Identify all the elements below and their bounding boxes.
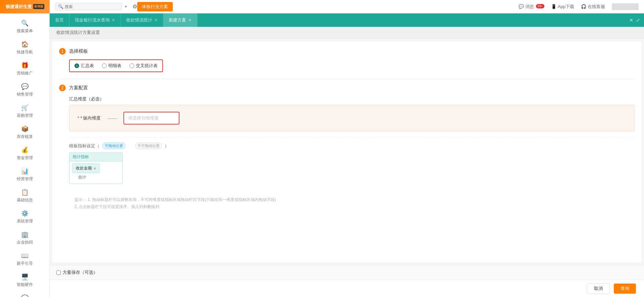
logo-badge: 标准版 [33,4,44,9]
settings-icon[interactable]: ⚙ [132,3,137,10]
template-cross-label: 交叉统计表 [136,63,158,69]
sidebar-label-search: 搜索菜单 [17,28,33,34]
template-cross-radio[interactable] [129,63,134,68]
gift-icon: 🎁 [21,62,29,69]
sidebar-item-inventory[interactable]: 📦 库存核算 [0,122,49,143]
template-summary[interactable]: 汇总表 [74,63,94,69]
tab-bank[interactable]: 现金银行流水查询 ✕ [69,13,121,27]
search-input[interactable] [65,4,115,9]
sidebar-item-guide[interactable]: 📖 新手引导 [0,249,49,270]
sidebar-item-quick-nav[interactable]: 🏠 快捷导航 [0,37,49,58]
dimension-select[interactable]: 请选择分组维度 [123,112,179,125]
sidebar-label-hardware: 智能硬件 [17,282,33,288]
non-draggable-badge: 不可拖动位置 [135,143,162,149]
basic-info-icon: 📋 [21,189,29,196]
dropdown-arrow-icon[interactable]: ▾ [125,4,127,9]
sidebar-label-basic-info: 基础信息 [17,197,33,203]
tab-new-plan[interactable]: 新建方案 ✕ [163,13,197,27]
step1-header: 1 选择模板 [59,48,635,55]
sidebar-item-basic-info[interactable]: 📋 基础信息 [0,185,49,206]
download-area[interactable]: 📱 App下载 [551,4,574,10]
close-tab-icon[interactable]: ✕ [629,17,633,23]
sidebar-label-sales: 销售管理 [17,92,33,97]
save-checkbox[interactable] [56,270,61,275]
sidebar-item-purchase[interactable]: 🛒 采购管理 [0,101,49,122]
cancel-button[interactable]: 取消 [587,283,610,294]
metrics-label: 模板指标设定（ [69,143,100,149]
tab-new-plan-close[interactable]: ✕ [188,18,192,22]
template-detail-radio[interactable] [102,63,107,68]
sidebar-item-corp[interactable]: 🏢 企业协同 [0,228,49,249]
dimension-placeholder: 请选择分组维度 [128,115,159,120]
template-summary-radio[interactable] [74,63,79,68]
sidebar-label-marketing: 营销推广 [17,70,33,76]
sidebar-item-marketing[interactable]: 🎁 营销推广 [0,58,49,80]
metrics-label-suffix-pre [128,143,132,149]
sidebar-item-sales[interactable]: 💬 销售管理 [0,80,49,101]
message-icon: 💬 [519,4,524,9]
stats-label: 统计指标 [73,154,89,159]
page-body: 1 选择模板 汇总表 明细表 [52,41,641,262]
sidebar-item-funds[interactable]: 💰 资金管理 [0,143,49,164]
metrics-header: 模板指标设定（ 可拖动位置 不可拖动位置 ） [69,143,635,149]
sidebar-item-wechat[interactable]: 💬 企业微信 [0,291,49,297]
expand-tab-icon[interactable]: ⤢ [636,17,640,23]
template-cross[interactable]: 交叉统计表 [129,63,158,69]
vertical-dim-label: * * 纵向维度 [77,115,101,121]
step2-number: 2 [59,85,66,91]
step1-section: 1 选择模板 汇总表 明细表 [59,48,635,72]
message-label: 消息 [525,4,534,10]
metric-tag-revenue[interactable]: 收款金额 ∨ [72,163,100,173]
sub-metric-label: 合计 [75,175,86,180]
tab-home-label: 首页 [55,17,64,23]
sidebar-label-system: 系统管理 [17,218,33,224]
main-content: 首页 现金银行流水查询 ✕ 收款情况统计 ✕ 新建方案 ✕ ✕ ⤢ 收款情况统计… [50,13,644,297]
save-option-label: 方案保存（可选） [63,269,98,276]
service-area[interactable]: 🎧 在线客服 [581,4,605,10]
sidebar-label-funds: 资金管理 [17,155,33,161]
metrics-label-suffix: ） [165,143,169,149]
sidebar-item-operations[interactable]: 📊 经营管理 [0,164,49,185]
required-star: * [77,115,79,120]
try-industry-button[interactable]: 体验行业方案 [137,2,173,11]
tab-bar: 首页 现金银行流水查询 ✕ 收款情况统计 ✕ 新建方案 ✕ ✕ ⤢ [50,13,644,27]
sidebar-item-search[interactable]: 🔍 搜索菜单 [0,16,49,37]
sidebar-label-guide: 新手引导 [17,261,33,266]
guide-icon: 📖 [21,252,29,259]
tips-section: 提示： 1. 拖动标题栏可以调整布局，不可跨维度或指标区域拖动栏目字段(只能在同… [69,193,635,215]
hardware-icon: 🖥️ [21,273,29,281]
tab-stats-label: 收款情况统计 [126,17,152,23]
tab-stats[interactable]: 收款情况统计 ✕ [121,13,163,27]
tab-stats-close[interactable]: ✕ [154,18,158,22]
tab-bank-label: 现金银行流水查询 [75,17,110,23]
user-avatar[interactable] [612,3,639,10]
step2-header: 2 方案配置 [59,85,635,91]
query-button[interactable]: 查询 [614,284,636,294]
service-label: 在线客服 [588,4,605,10]
search-icon: 🔍 [58,4,63,9]
download-icon: 📱 [551,4,556,9]
dimension-area: * * 纵向维度 —— 请选择分组维度 [69,105,635,132]
wechat-icon: 💬 [21,294,29,297]
sidebar-label-inventory: 库存核算 [17,134,33,140]
sidebar: 🔍 搜索菜单 🏠 快捷导航 🎁 营销推广 💬 销售管理 🛒 采购管理 📦 库存核… [0,13,50,297]
system-icon: ⚙️ [21,210,29,217]
bottom-bar: 取消 查询 [50,280,644,297]
tip-line1: 提示： 1. 拖动标题栏可以调整布局，不可跨维度或指标区域拖动栏目字段(只能在同… [74,197,629,203]
step1-number: 1 [59,48,66,55]
search-box[interactable]: 🔍 [55,3,122,10]
home-icon: 🏠 [21,41,29,48]
tab-new-plan-label: 新建方案 [169,17,186,23]
chevron-down-icon: ∨ [94,166,96,170]
sidebar-item-hardware[interactable]: 🖥️ 智能硬件 [0,270,49,291]
arrow-icon: —— [107,115,117,121]
sidebar-label-quick-nav: 快捷导航 [17,49,33,55]
tab-home[interactable]: 首页 [50,13,69,27]
sidebar-label-purchase: 采购管理 [17,113,33,118]
step2-title: 方案配置 [69,85,88,91]
dimension-label: 汇总维度（必选） [69,96,635,102]
sidebar-item-system[interactable]: ⚙️ 系统管理 [0,206,49,228]
template-detail[interactable]: 明细表 [102,63,121,69]
message-area[interactable]: 💬 消息 99+ [519,4,544,10]
tab-bank-close[interactable]: ✕ [112,18,115,22]
